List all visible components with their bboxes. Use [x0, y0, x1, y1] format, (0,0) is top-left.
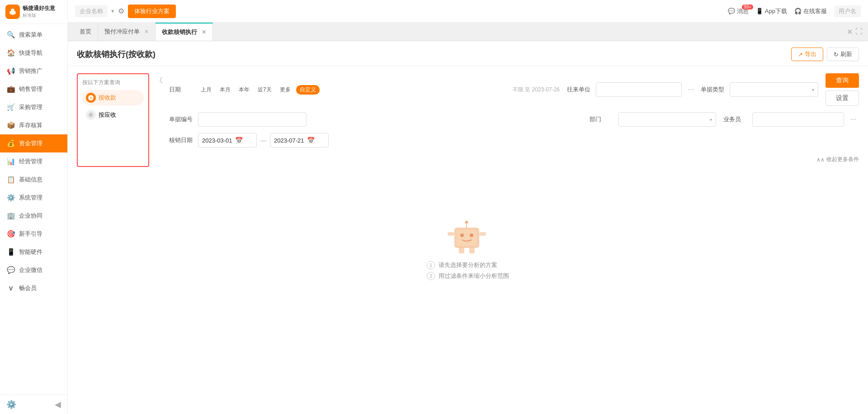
- refresh-button[interactable]: ↻ 刷新: [827, 48, 859, 61]
- export-button[interactable]: ↗ 导出: [791, 48, 823, 61]
- sidebar-item-inventory[interactable]: 📦 库存核算: [0, 116, 67, 134]
- sidebar-item-operation[interactable]: 📊 经营管理: [0, 152, 67, 171]
- tab-prepay[interactable]: 预付冲应付单 ✕: [98, 23, 156, 41]
- tab-prepay-close[interactable]: ✕: [144, 29, 149, 35]
- verify-date-end-calendar[interactable]: 📅: [307, 137, 315, 144]
- verify-date-start-calendar[interactable]: 📅: [235, 137, 243, 144]
- sidebar-item-wechat[interactable]: 💬 企业微信: [0, 261, 67, 279]
- header-actions: ↗ 导出 ↻ 刷新: [791, 48, 859, 61]
- app-download-link[interactable]: 📱 App下载: [756, 7, 787, 15]
- messages-badge: 99+: [742, 5, 753, 10]
- tip-num-1: 1: [427, 261, 435, 269]
- verify-date-start-wrap: 2023-03-01 📅: [198, 133, 257, 148]
- date-chip-more[interactable]: 更多: [277, 85, 293, 95]
- bill-no-input[interactable]: [198, 112, 307, 127]
- vip-icon: V: [6, 284, 15, 293]
- collapse-sidebar-icon[interactable]: ◀: [55, 400, 61, 409]
- sidebar-item-label: 销售管理: [19, 85, 42, 93]
- settings-bottom-icon[interactable]: ⚙️: [6, 400, 16, 409]
- filter-panel-collapse[interactable]: 《: [155, 76, 164, 86]
- system-icon: ⚙️: [6, 193, 15, 202]
- sidebar-item-system[interactable]: ⚙️ 系统管理: [0, 189, 67, 207]
- date-chip-last-month[interactable]: 上月: [198, 85, 214, 95]
- logo-area: 畅捷通好生意 标准版: [0, 0, 67, 24]
- sidebar-item-vip[interactable]: V 畅会员: [0, 279, 67, 297]
- sidebar-item-basic-info[interactable]: 📋 基础信息: [0, 171, 67, 189]
- bill-type-label: 单据类型: [701, 86, 726, 94]
- dept-select[interactable]: ▾: [618, 112, 716, 127]
- app-download-label: App下载: [765, 7, 787, 15]
- query-button[interactable]: 查询: [826, 73, 859, 88]
- partner-input[interactable]: [596, 82, 682, 97]
- query-form: 日期 上月 本月 本年 近7天 更多 自定义 不限 至 2023-07-26: [169, 73, 859, 167]
- online-service-label: 在线客服: [803, 7, 827, 15]
- guide-icon: 🎯: [6, 229, 15, 238]
- empty-illustration: [441, 210, 495, 256]
- empty-tip-1: 1 请先选择要分析的方案: [427, 261, 509, 269]
- industry-solution-button[interactable]: 体验行业方案: [128, 5, 176, 18]
- bill-type-select[interactable]: ▾: [730, 82, 818, 97]
- service-icon: 🎧: [794, 8, 802, 14]
- date-label: 日期: [169, 86, 194, 94]
- svg-rect-7: [457, 230, 477, 246]
- sidebar-item-finance[interactable]: 💰 资金管理: [0, 134, 67, 152]
- date-chip-7days[interactable]: 近7天: [255, 85, 274, 95]
- sidebar-item-quick-nav[interactable]: 🏠 快捷导航: [0, 44, 67, 62]
- tabbar-actions: ✕ ⛶: [847, 28, 863, 36]
- staff-input[interactable]: [752, 112, 844, 127]
- filter-option-by-receivable[interactable]: ⏱ 按应收: [82, 107, 144, 123]
- messages-button[interactable]: 💬 消息 99+: [728, 7, 749, 15]
- page-title: 收款核销执行(按收款): [77, 49, 156, 60]
- staff-dots-button[interactable]: ···: [848, 115, 859, 124]
- sidebar-item-search[interactable]: 🔍 搜索菜单: [0, 26, 67, 44]
- verify-date-field: 核销日期 2023-03-01 📅 — 2023-07-21 📅: [169, 133, 859, 148]
- logo-sub: 标准版: [23, 12, 55, 19]
- partner-dots-button[interactable]: ···: [685, 86, 697, 94]
- expand-tab-button[interactable]: ⛶: [855, 28, 863, 36]
- date-chip-this-year[interactable]: 本年: [236, 85, 252, 95]
- svg-point-8: [460, 233, 464, 237]
- empty-tip-1-text: 请先选择要分析的方案: [439, 261, 497, 269]
- tab-receipt-verify-close[interactable]: ✕: [202, 29, 206, 35]
- sidebar-item-label: 营销推广: [19, 67, 42, 75]
- sidebar-item-marketing[interactable]: 📢 营销推广: [0, 62, 67, 80]
- svg-rect-14: [459, 247, 464, 253]
- sidebar-item-hardware[interactable]: 📱 智能硬件: [0, 243, 67, 261]
- tab-home[interactable]: 首页: [73, 23, 98, 41]
- date-chip-custom[interactable]: 自定义: [296, 85, 320, 95]
- sidebar-item-label: 企业微信: [19, 266, 42, 274]
- sidebar-item-label: 库存核算: [19, 121, 42, 129]
- query-row-1: 日期 上月 本月 本年 近7天 更多 自定义 不限 至 2023-07-26: [169, 73, 859, 106]
- verify-date-range: 2023-03-01 📅 — 2023-07-21 📅: [198, 133, 329, 148]
- wechat-icon: 💬: [6, 266, 15, 275]
- date-chip-this-month[interactable]: 本月: [217, 85, 233, 95]
- sidebar-item-sales[interactable]: 💼 销售管理: [0, 80, 67, 98]
- sidebar-bottom: ⚙️ ◀: [0, 395, 67, 414]
- filter-option-by-receipt[interactable]: ¥ 按收款: [82, 90, 144, 105]
- sidebar-item-enterprise[interactable]: 🏢 企业协同: [0, 207, 67, 225]
- svg-rect-15: [469, 247, 475, 253]
- svg-text:¥: ¥: [90, 96, 92, 100]
- user-profile[interactable]: 用户名: [834, 5, 861, 17]
- query-row-2: 单据编号 部门 ▾ 业务员: [169, 112, 859, 127]
- tip-num-2: 2: [427, 272, 435, 280]
- settings-gear-icon[interactable]: ⚙: [118, 7, 124, 15]
- bill-type-field: 单据类型 ▾: [701, 82, 818, 97]
- sidebar-item-purchase[interactable]: 🛒 采购管理: [0, 98, 67, 116]
- page-content: 收款核销执行(按收款) ↗ 导出 ↻ 刷新 按以下方案查询: [68, 41, 868, 414]
- online-service-link[interactable]: 🎧 在线客服: [794, 7, 827, 15]
- receipt-filter-icon: ¥: [86, 93, 96, 103]
- collapse-conditions-button[interactable]: ∧∧ 收起更多条件: [816, 156, 859, 163]
- tabbar: 首页 预付冲应付单 ✕ 收款核销执行 ✕ ✕ ⛶: [68, 23, 868, 41]
- close-tab-button[interactable]: ✕: [847, 28, 853, 36]
- receivable-filter-icon: ⏱: [86, 110, 96, 120]
- sidebar-item-guide[interactable]: 🎯 新手引导: [0, 225, 67, 243]
- collapse-bar: ∧∧ 收起更多条件: [169, 154, 859, 167]
- filter-panel: 按以下方案查询 ¥ 按收款 ⏱ 按应收: [77, 73, 149, 167]
- marketing-icon: 📢: [6, 67, 15, 76]
- topbar-right: 💬 消息 99+ 📱 App下载 🎧 在线客服 用户名: [728, 5, 861, 17]
- topbar-dropdown-arrow[interactable]: ▾: [111, 8, 114, 14]
- tab-receipt-verify[interactable]: 收款核销执行 ✕: [156, 23, 213, 41]
- hardware-icon: 📱: [6, 247, 15, 257]
- setting-button[interactable]: 设置: [826, 90, 859, 106]
